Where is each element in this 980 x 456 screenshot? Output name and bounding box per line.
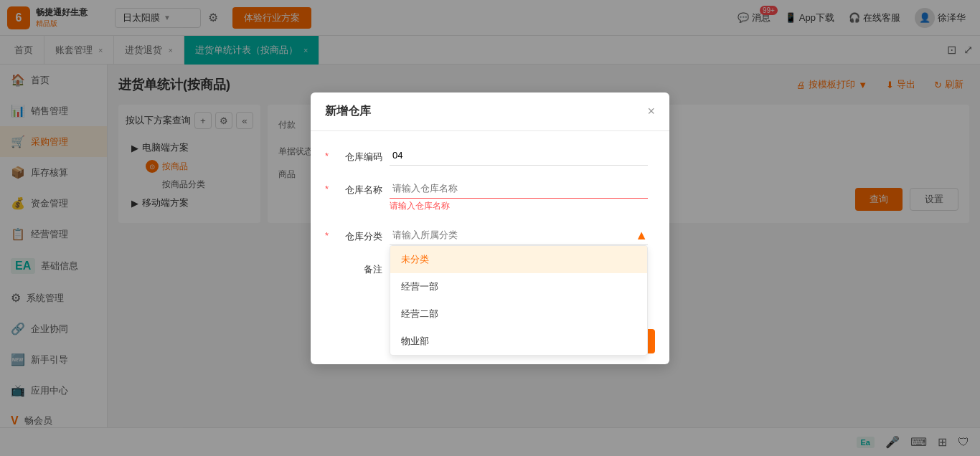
modal-overlay[interactable]: 新增仓库 × 仓库编码 仓库名称 请输入仓库名称 仓库分类 [0,0,980,456]
form-row-category: 仓库分类 ▲ 未分类 经营一部 经营二部 物业部 [332,225,648,245]
category-input[interactable] [390,225,648,245]
dropdown-item-3[interactable]: 物业部 [390,328,647,355]
modal-header: 新增仓库 × [311,92,669,131]
code-label: 仓库编码 [332,146,382,163]
name-input[interactable] [390,179,648,199]
code-field [390,146,648,166]
remark-label: 备注 [332,258,382,276]
add-warehouse-modal: 新增仓库 × 仓库编码 仓库名称 请输入仓库名称 仓库分类 [311,92,669,364]
category-label: 仓库分类 [332,225,382,243]
name-field: 请输入仓库名称 [390,179,648,212]
modal-body: 仓库编码 仓库名称 请输入仓库名称 仓库分类 ▲ [311,131,669,318]
code-input[interactable] [390,146,648,166]
category-field: ▲ 未分类 经营一部 经营二部 物业部 [390,225,648,245]
name-label: 仓库名称 [332,179,382,196]
dropdown-item-1[interactable]: 经营一部 [390,273,647,300]
dropdown-item-0[interactable]: 未分类 [390,246,647,273]
form-row-code: 仓库编码 [332,146,648,166]
name-error-text: 请输入仓库名称 [390,200,648,212]
modal-close-button[interactable]: × [647,104,655,119]
dropdown-item-2[interactable]: 经营二部 [390,300,647,328]
form-row-name: 仓库名称 请输入仓库名称 [332,179,648,212]
category-dropdown: 未分类 经营一部 经营二部 物业部 [390,245,648,356]
modal-title: 新增仓库 [325,104,371,119]
category-arrow-button[interactable]: ▲ [635,227,648,242]
